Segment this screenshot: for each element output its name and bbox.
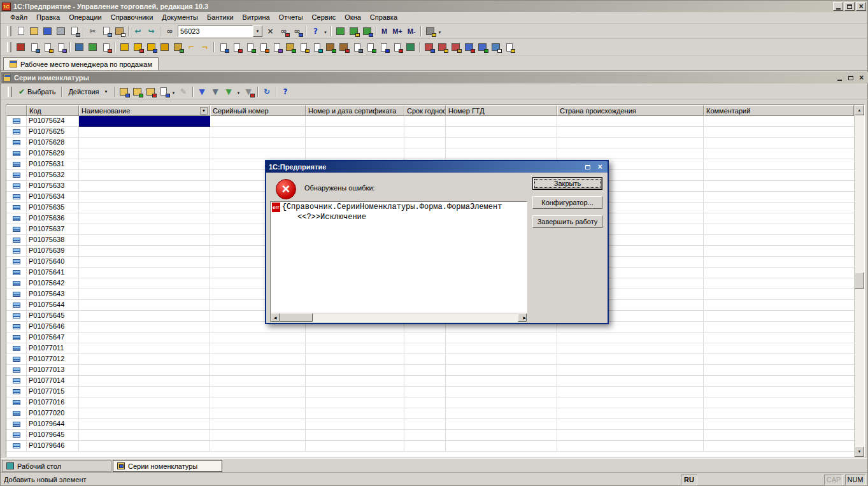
cell[interactable] [446,354,557,365]
scroll-left-button[interactable] [271,313,280,322]
goods-sale-icon[interactable] [230,41,243,54]
notes-icon[interactable] [502,41,516,54]
print-form-icon[interactable] [27,41,41,54]
scrollbar-thumb[interactable] [855,272,864,289]
cell[interactable] [704,332,864,343]
cell[interactable] [704,148,864,159]
cell[interactable] [404,343,446,354]
cell[interactable] [79,408,210,419]
sales-journal-icon[interactable] [14,41,27,54]
cell[interactable] [210,148,306,159]
cell[interactable] [446,441,557,452]
save-icon[interactable] [41,25,54,38]
cell[interactable] [79,430,210,441]
cell-code[interactable]: P01075638 [27,235,79,246]
cell[interactable] [704,354,864,365]
cell-code[interactable]: P01075642 [27,278,79,289]
payment-incoming-icon[interactable] [145,41,158,54]
cell[interactable] [557,138,704,148]
cell[interactable] [557,419,704,430]
cell[interactable] [404,430,446,441]
cell[interactable] [306,376,404,387]
table-row[interactable]: P01079644 [6,419,864,430]
dialog-maximize-button[interactable] [583,162,593,171]
cell[interactable] [79,311,210,322]
clear-find-icon[interactable]: × [264,25,277,38]
cell[interactable] [306,365,404,376]
cell[interactable] [704,246,864,257]
cell[interactable] [704,343,864,354]
cell[interactable] [704,127,864,138]
cell[interactable] [704,387,864,397]
cell[interactable] [79,365,210,376]
child-close-button[interactable] [857,74,866,82]
cell[interactable] [446,419,557,430]
table-fix-icon[interactable] [360,25,374,38]
cell[interactable] [79,268,210,278]
dropdown-arrow-icon[interactable] [437,27,443,35]
cell[interactable] [446,430,557,441]
cell[interactable] [704,213,864,224]
scroll-up-button[interactable] [855,105,864,115]
cell[interactable] [404,419,446,430]
edit-marks-icon[interactable] [157,85,171,98]
column-header-1[interactable]: Код [27,105,79,116]
cell-code[interactable]: P01077012 [27,354,79,365]
scrollbar-thumb[interactable] [280,313,313,322]
cell[interactable] [704,300,864,311]
cell[interactable] [306,430,404,441]
cell[interactable] [446,332,557,343]
cell[interactable] [210,387,306,397]
cell[interactable] [210,354,306,365]
cell[interactable] [306,127,404,138]
menu-bantiki[interactable]: Бантики [203,12,238,23]
minimize-button[interactable] [833,2,843,11]
cell[interactable] [704,116,864,127]
cell[interactable] [446,397,557,408]
cell[interactable] [79,170,210,181]
cell-code[interactable]: P01077016 [27,397,79,408]
calc-memory-add-button[interactable]: M+ [390,26,405,36]
menu-file[interactable]: Файл [6,12,32,23]
cell[interactable] [446,138,557,148]
maximize-button[interactable] [844,2,855,11]
cell-code[interactable]: P01079646 [27,441,79,452]
table-row[interactable]: P01077011 [6,343,864,354]
cell[interactable] [79,387,210,397]
table-row[interactable]: P01075629 [6,148,864,159]
cell[interactable] [704,397,864,408]
customer-documents-icon[interactable] [436,41,449,54]
combo-dropdown-button[interactable] [253,25,262,37]
filter-by-value-icon[interactable]: ▼ [222,85,236,98]
cell[interactable] [557,116,704,127]
document-approve-icon[interactable] [364,41,377,54]
cell[interactable] [704,235,864,246]
cell-code[interactable]: P01077013 [27,365,79,376]
cell[interactable] [79,289,210,300]
column-header-8[interactable]: Комментарий [704,105,854,116]
cell-code[interactable]: P01079644 [27,419,79,430]
cell[interactable] [210,397,306,408]
cell[interactable] [704,257,864,268]
column-header-3[interactable]: Серийный номер [210,105,306,116]
column-header-5[interactable]: Срок годнос... [404,105,446,116]
cell[interactable] [446,387,557,397]
cell[interactable] [704,224,864,235]
cell[interactable] [79,138,210,148]
table-view-icon[interactable] [334,25,347,38]
cell[interactable] [704,192,864,203]
find-next-icon[interactable]: ∞ [277,25,290,38]
column-header-7[interactable]: Страна происхождения [557,105,704,116]
goods-transfer-icon[interactable] [243,41,257,54]
edit-disabled-icon[interactable]: ✎ [177,85,190,98]
cell[interactable] [704,138,864,148]
clear-filter-icon[interactable]: ▼ [242,85,255,98]
hierarchy-view-icon[interactable] [117,85,131,98]
table-row[interactable]: P01075647 [6,332,864,343]
configurator-button[interactable]: Конфигуратор... [532,196,602,209]
cell-code[interactable]: P01075635 [27,203,79,213]
documents-copy-icon[interactable] [54,41,68,54]
cell[interactable] [306,332,404,343]
cell[interactable] [404,365,446,376]
cash-receipt-order-icon[interactable] [118,41,131,54]
